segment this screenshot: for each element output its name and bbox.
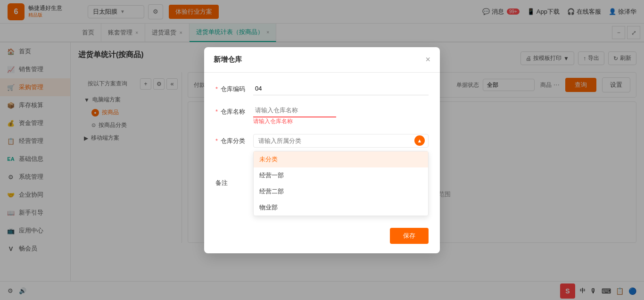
category-option-dept2[interactable]: 经营二部 bbox=[254, 183, 428, 200]
warehouse-code-input[interactable] bbox=[253, 82, 429, 95]
warehouse-category-label: * 仓库分类 bbox=[215, 134, 253, 145]
category-option-unclassified[interactable]: 未分类 bbox=[254, 151, 428, 167]
warehouse-category-wrap: ▲ 未分类 经营一部 经营二部 物业部 bbox=[253, 134, 429, 148]
warehouse-name-label: * 仓库名称 bbox=[215, 105, 253, 116]
category-option-dept1[interactable]: 经营一部 bbox=[254, 167, 428, 183]
modal-footer: 保存 bbox=[204, 222, 440, 253]
category-dropdown-toggle[interactable]: ▲ bbox=[414, 135, 425, 146]
warehouse-name-input[interactable] bbox=[253, 104, 336, 117]
modal-body: * 仓库编码 * 仓库名称 请输入仓库名称 bbox=[204, 73, 440, 222]
modal-save-button[interactable]: 保存 bbox=[390, 228, 429, 244]
modal-close-button[interactable]: × bbox=[425, 55, 430, 65]
category-dropdown-list: 未分类 经营一部 经营二部 物业部 bbox=[253, 151, 429, 216]
name-required-star: * bbox=[215, 108, 218, 115]
warehouse-name-field-row: * 仓库名称 bbox=[215, 104, 336, 117]
modal-title: 新增仓库 bbox=[214, 55, 242, 64]
cat-required-star: * bbox=[215, 137, 218, 144]
chevron-up-icon: ▲ bbox=[417, 138, 422, 143]
modal-overlay[interactable]: 新增仓库 × * 仓库编码 * 仓库名称 bbox=[0, 0, 644, 300]
modal-header: 新增仓库 × bbox=[204, 47, 440, 73]
category-option-property[interactable]: 物业部 bbox=[254, 200, 428, 216]
warehouse-code-row: * 仓库编码 bbox=[215, 82, 429, 95]
warehouse-code-label: * 仓库编码 bbox=[215, 82, 253, 93]
warehouse-category-row: * 仓库分类 ▲ 未分类 经营一部 经营二部 物业部 bbox=[215, 134, 429, 148]
warehouse-notes-label: 备注 bbox=[215, 176, 253, 187]
warehouse-category-input[interactable] bbox=[253, 134, 429, 148]
new-warehouse-modal: 新增仓库 × * 仓库编码 * 仓库名称 bbox=[204, 47, 440, 253]
warehouse-name-row: * 仓库名称 请输入仓库名称 bbox=[215, 104, 429, 125]
code-required-star: * bbox=[215, 85, 218, 92]
warehouse-name-error: 请输入仓库名称 bbox=[253, 117, 293, 125]
